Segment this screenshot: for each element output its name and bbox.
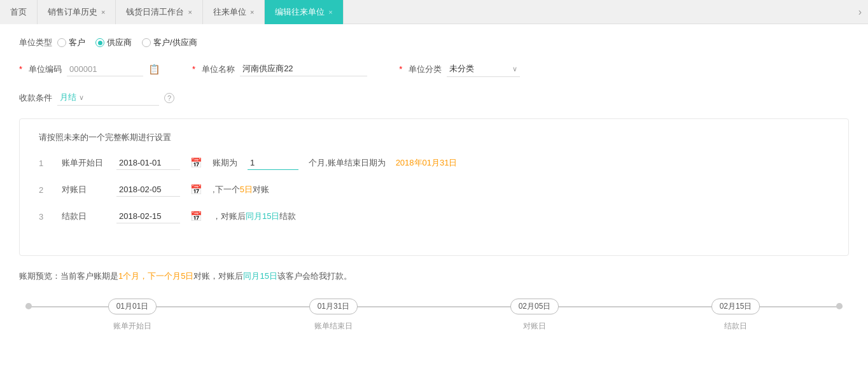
- payment-row: 收款条件 月结 ∨ ?: [19, 90, 849, 106]
- unit-type-label: 单位类型: [19, 37, 52, 48]
- chevron-down-icon: ∨: [512, 65, 517, 73]
- timeline-dot-end: [836, 303, 843, 309]
- calendar-icon[interactable]: 📅: [190, 157, 202, 169]
- payment-value: 月结: [60, 92, 76, 103]
- calendar-icon[interactable]: 📅: [190, 184, 202, 195]
- payment-dropdown[interactable]: 月结 ∨: [57, 90, 159, 106]
- classify-group: * 单位分类 未分类 ∨: [399, 61, 520, 77]
- calendar-icon[interactable]: 📅: [190, 211, 202, 222]
- tab-sales-history-label: 销售订单历史: [48, 6, 97, 18]
- row-num-2: 2: [39, 185, 52, 195]
- classify-dropdown[interactable]: 未分类 ∨: [447, 61, 520, 77]
- settings-box: 请按照未来的一个完整帐期进行设置 1 账单开始日 📅 账期为 个月,账单结束日期…: [19, 118, 849, 256]
- copy-icon[interactable]: 📋: [148, 64, 160, 75]
- row-label-3: 结款日: [62, 211, 106, 222]
- tab-edit-partner-label: 编辑往来单位: [275, 6, 325, 18]
- preview-text: 账期预览：当前客户账期是1个月，下一个月5日对账，对账后同月15日该客户会给我打…: [19, 269, 849, 283]
- settings-title: 请按照未来的一个完整帐期进行设置: [39, 132, 829, 143]
- help-icon[interactable]: ?: [164, 93, 174, 103]
- timeline-item-4: 02月15日 结款日: [711, 299, 760, 332]
- tab-edit-partner[interactable]: 编辑往来单位 ×: [265, 0, 343, 24]
- classify-label: 单位分类: [409, 64, 442, 75]
- setting-row-3: 3 结款日 📅 ，对账后同月15日结款: [39, 209, 829, 223]
- setting-row-2: 2 对账日 📅 ,下一个5日对账: [39, 183, 829, 197]
- timeline-item-1: 01月01日 账单开始日: [108, 299, 157, 332]
- radio-both-label: 客户/供应商: [153, 37, 197, 48]
- radio-both-circle: [142, 38, 151, 47]
- timeline: 01月01日 账单开始日 01月31日 账单结束日 02月05日 对账日 02月…: [19, 299, 849, 332]
- start-date-input[interactable]: [116, 156, 180, 170]
- radio-supplier-circle: [95, 38, 104, 47]
- period-desc-before: 账期为: [213, 157, 237, 169]
- preview-payment-day: 同月15日: [243, 271, 277, 281]
- preview-reconcile-day: 下一个月5日: [148, 271, 193, 281]
- radio-supplier-label: 供应商: [107, 37, 132, 48]
- payment-date-input[interactable]: [116, 209, 180, 223]
- code-label: 单位编码: [29, 64, 62, 75]
- timeline-badge-3: 02月05日: [510, 299, 559, 314]
- code-name-row: * 单位编码 📋 * 单位名称 * 单位分类 未分类 ∨: [19, 61, 849, 77]
- tab-sales-history[interactable]: 销售订单历史 ×: [38, 0, 116, 24]
- timeline-badge-4: 02月15日: [711, 299, 760, 314]
- main-content: 单位类型 客户 供应商 客户/供应商 * 单位编码: [0, 24, 868, 387]
- payment-label: 收款条件: [19, 92, 52, 104]
- timeline-dot-start: [25, 303, 32, 309]
- payment-desc: ，对账后同月15日结款: [213, 211, 296, 222]
- timeline-badge-1: 01月01日: [108, 299, 157, 314]
- timeline-label-1: 账单开始日: [113, 321, 151, 332]
- tab-cash-work[interactable]: 钱货日清工作台 ×: [116, 0, 202, 24]
- tab-partner-label: 往来单位: [213, 6, 246, 18]
- name-required: *: [192, 64, 195, 74]
- tab-home[interactable]: 首页: [0, 0, 38, 24]
- code-group: * 单位编码 📋: [19, 62, 160, 76]
- name-input[interactable]: [240, 62, 367, 76]
- classify-value: 未分类: [449, 63, 474, 74]
- row-label-1: 账单开始日: [62, 157, 106, 169]
- unit-type-row: 单位类型 客户 供应商 客户/供应商: [19, 37, 849, 48]
- row-num-1: 1: [39, 158, 52, 168]
- unit-type-group: 单位类型 客户 供应商 客户/供应商: [19, 37, 197, 48]
- radio-customer-label: 客户: [69, 37, 85, 48]
- period-end-date: 2018年01月31日: [396, 157, 458, 169]
- close-icon[interactable]: ×: [188, 8, 192, 16]
- close-icon[interactable]: ×: [328, 8, 332, 16]
- radio-supplier[interactable]: 供应商: [95, 37, 132, 48]
- chevron-down-icon: ∨: [79, 94, 84, 102]
- reconcile-desc: ,下一个5日对账: [213, 184, 269, 195]
- period-input[interactable]: [248, 156, 298, 170]
- timeline-items: 01月01日 账单开始日 01月31日 账单结束日 02月05日 对账日 02月…: [32, 299, 836, 332]
- setting-row-1: 1 账单开始日 📅 账期为 个月,账单结束日期为 2018年01月31日: [39, 156, 829, 170]
- timeline-label-2: 账单结束日: [314, 321, 353, 332]
- radio-both[interactable]: 客户/供应商: [142, 37, 197, 48]
- radio-group: 客户 供应商 客户/供应商: [57, 37, 197, 48]
- radio-customer[interactable]: 客户: [57, 37, 85, 48]
- code-required: *: [19, 64, 22, 74]
- payment-group: 收款条件 月结 ∨ ?: [19, 90, 174, 106]
- close-icon[interactable]: ×: [250, 8, 254, 16]
- tab-cash-work-label: 钱货日清工作台: [126, 6, 184, 18]
- tab-bar: 首页 销售订单历史 × 钱货日清工作台 × 往来单位 × 编辑往来单位 × ›: [0, 0, 868, 24]
- radio-customer-circle: [57, 38, 66, 47]
- reconcile-date-input[interactable]: [116, 183, 180, 197]
- tab-home-label: 首页: [10, 6, 27, 18]
- row-label-2: 对账日: [62, 184, 106, 195]
- timeline-label-3: 对账日: [523, 321, 546, 332]
- name-label: 单位名称: [202, 64, 235, 75]
- preview-period: 1个月，: [118, 271, 148, 281]
- tab-scroll-arrow[interactable]: ›: [852, 6, 868, 18]
- timeline-item-2: 01月31日 账单结束日: [309, 299, 358, 332]
- period-desc-after: 个月,账单结束日期为: [309, 157, 386, 169]
- timeline-item-3: 02月05日 对账日: [510, 299, 559, 332]
- name-group: * 单位名称: [192, 62, 367, 76]
- classify-required: *: [399, 64, 402, 74]
- timeline-label-4: 结款日: [724, 321, 747, 332]
- tab-partner[interactable]: 往来单位 ×: [203, 0, 265, 24]
- close-icon[interactable]: ×: [101, 8, 105, 16]
- code-input[interactable]: [67, 62, 143, 76]
- row-num-3: 3: [39, 212, 52, 222]
- timeline-badge-2: 01月31日: [309, 299, 358, 314]
